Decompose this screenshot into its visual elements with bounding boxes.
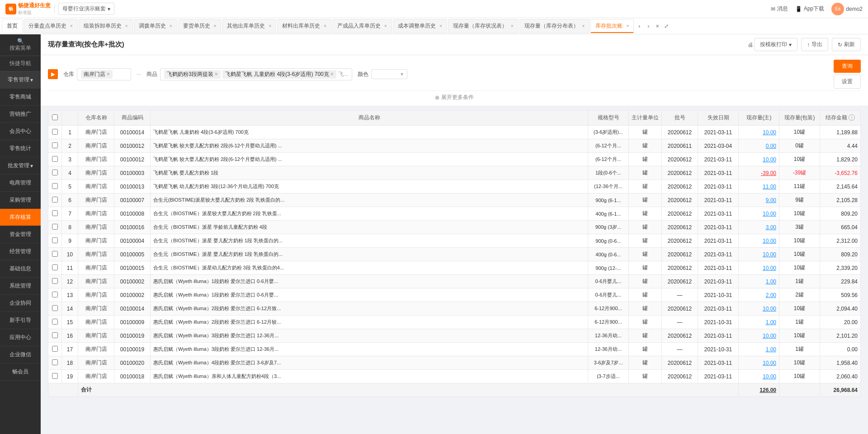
row-batch: 20200612 — [662, 370, 698, 383]
tab-split-history-close[interactable]: × — [70, 24, 73, 28]
sidebar-item-member2[interactable]: 畅会员 — [0, 363, 41, 381]
sidebar-item-corp[interactable]: 企业协同 — [0, 295, 41, 312]
select-all-checkbox[interactable] — [52, 114, 58, 120]
query-button[interactable]: 查询 — [834, 60, 861, 73]
tab-product-in[interactable]: 产成品入库单历史 × — [332, 19, 392, 33]
sidebar-item-newguide[interactable]: 新手引导 — [0, 312, 41, 329]
row-stock-main: 10.00 — [739, 261, 779, 275]
sidebar-item-retail-stat[interactable]: 零售统计 — [0, 140, 41, 157]
tab-other-out[interactable]: 其他出库单历史 × — [222, 19, 276, 33]
tab-stock-status-close[interactable]: × — [511, 24, 514, 28]
tab-material-out-close[interactable]: × — [324, 24, 326, 28]
app-download-btn[interactable]: 📱 App下载 — [795, 5, 824, 13]
sidebar-item-retail-mall[interactable]: 零售商城 — [0, 89, 41, 106]
tab-need-close[interactable]: × — [214, 24, 217, 28]
sidebar-item-member[interactable]: 会员中心 — [0, 123, 41, 140]
row-checkbox[interactable] — [48, 302, 62, 316]
print-btn[interactable]: 🖨 按模板打印 ▾ — [748, 38, 797, 51]
warehouse-select[interactable]: 母婴行业演示账套 ▾ — [58, 3, 114, 15]
tab-need-history[interactable]: 要货单历史 × — [178, 19, 222, 33]
tab-unpack-close[interactable]: × — [125, 24, 128, 28]
tabs-prev-btn[interactable]: ‹ — [635, 19, 644, 33]
sidebar-item-basic[interactable]: 基础信息 — [0, 260, 41, 278]
row-checkbox[interactable] — [48, 261, 62, 275]
tab-mix-close[interactable]: × — [170, 24, 172, 28]
row-batch: — — [662, 316, 698, 329]
user-menu[interactable]: Ea demo2 — [831, 3, 863, 15]
row-checkbox[interactable] — [48, 180, 62, 193]
row-checkbox[interactable] — [48, 153, 62, 166]
row-stock-pack: 10罐 — [779, 207, 820, 221]
tab-product-in-close[interactable]: × — [384, 24, 387, 28]
product-tag-1-close[interactable]: × — [215, 71, 218, 77]
tabs-close-btn[interactable]: × — [653, 19, 662, 33]
message-btn[interactable]: ✉ 消息 — [771, 5, 788, 13]
tab-stock-status[interactable]: 现存量（库存状况表） × — [448, 19, 519, 33]
sidebar-item-finance-label: 资金管理 — [9, 231, 31, 237]
row-num: 5 — [62, 180, 78, 193]
tab-batch-ledger[interactable]: 库存批次账 × — [590, 19, 634, 33]
tabs-next-btn[interactable]: › — [644, 19, 653, 33]
tab-other-out-close[interactable]: × — [269, 24, 271, 28]
sidebar-item-system[interactable]: 系统管理 — [0, 278, 41, 295]
product-tag-2-close[interactable]: × — [330, 71, 334, 77]
row-checkbox[interactable] — [48, 234, 62, 248]
row-num: 1 — [62, 126, 78, 139]
tab-cost-adjust-close[interactable]: × — [439, 24, 442, 28]
row-checkbox[interactable] — [48, 139, 62, 153]
sidebar-item-inventory[interactable]: 库存核算 — [0, 209, 41, 226]
tab-home[interactable]: 首页 — [2, 19, 23, 33]
sidebar-item-finance[interactable]: 资金管理 — [0, 226, 41, 243]
sidebar-item-corpwx[interactable]: 企业微信 — [0, 346, 41, 363]
sidebar-item-purchase[interactable]: 采购管理 — [0, 192, 41, 209]
row-balance: 0.00 — [820, 343, 861, 356]
tab-material-out[interactable]: 材料出库单历史 × — [277, 19, 331, 33]
color-dropdown-arrow-icon[interactable]: ▾ — [401, 71, 403, 77]
sidebar-item-wholesale[interactable]: 批发管理 ▾ — [0, 157, 41, 175]
row-checkbox[interactable] — [48, 316, 62, 329]
row-checkbox[interactable] — [48, 126, 62, 139]
tab-batch-ledger-close[interactable]: × — [626, 24, 629, 28]
sidebar-item-ecommerce[interactable]: 电商管理 — [0, 175, 41, 192]
sidebar-item-operation[interactable]: 经营管理 — [0, 243, 41, 260]
sidebar-item-appcenter[interactable]: 应用中心 — [0, 329, 41, 346]
tabs-maximize-btn[interactable]: ⤢ — [662, 19, 671, 33]
tab-stock-dist-close[interactable]: × — [582, 24, 585, 28]
logo-text: 畅捷通好生意 — [18, 2, 51, 9]
print-template-button[interactable]: 按模板打印 ▾ — [754, 38, 797, 51]
tab-cost-adjust[interactable]: 成本调整单历史 × — [393, 19, 447, 33]
row-checkbox[interactable] — [48, 356, 62, 370]
tab-mix-history[interactable]: 调拨单历史 × — [134, 19, 177, 33]
row-checkbox[interactable] — [48, 248, 62, 261]
row-checkbox[interactable] — [48, 329, 62, 343]
row-checkbox[interactable] — [48, 193, 62, 207]
row-checkbox[interactable] — [48, 275, 62, 288]
sidebar-quicknav[interactable]: 快捷导航 — [0, 56, 41, 71]
filter-collapse-btn[interactable]: ▶ — [48, 69, 58, 79]
row-checkbox[interactable] — [48, 207, 62, 221]
row-checkbox[interactable] — [48, 166, 62, 180]
row-name: 惠氏启赋（Wyeth illuma）2段奶粉 爱尔兰进口 6-12月较... — [151, 316, 588, 329]
row-stock-pack: 10罐 — [779, 248, 820, 261]
row-checkbox[interactable] — [48, 221, 62, 234]
tab-unpack-history[interactable]: 组装拆卸单历史 × — [79, 19, 133, 33]
setting-button[interactable]: 设置 — [834, 75, 861, 89]
warehouse-tag-1-close[interactable]: × — [107, 71, 110, 77]
row-checkbox[interactable] — [48, 343, 62, 356]
sidebar-item-retail[interactable]: 零售管理 ▾ — [0, 71, 41, 89]
balance-info-icon[interactable]: i — [849, 114, 855, 121]
row-checkbox[interactable] — [48, 288, 62, 302]
expand-more-btn[interactable]: ⊕ 展开更多条件 — [48, 90, 861, 101]
tab-stock-dist[interactable]: 现存量（库存分布表） × — [519, 19, 590, 33]
sidebar-item-marketing[interactable]: 营销推广 — [0, 106, 41, 123]
row-warehouse: 南岸门店 — [78, 207, 114, 221]
sidebar-item-corp-label: 企业协同 — [9, 300, 31, 306]
sidebar-search[interactable]: 🔍 搜索英单 — [0, 34, 41, 56]
refresh-button[interactable]: ↻ 刷新 — [832, 38, 861, 51]
row-warehouse: 南岸门店 — [78, 302, 114, 316]
export-button[interactable]: ↑ 导出 — [801, 38, 828, 51]
row-stock-pack: 1罐 — [779, 275, 820, 288]
row-stock-pack: 2罐 — [779, 288, 820, 302]
tab-split-history[interactable]: 分量盘点单历史 × — [24, 19, 78, 33]
row-checkbox[interactable] — [48, 370, 62, 383]
